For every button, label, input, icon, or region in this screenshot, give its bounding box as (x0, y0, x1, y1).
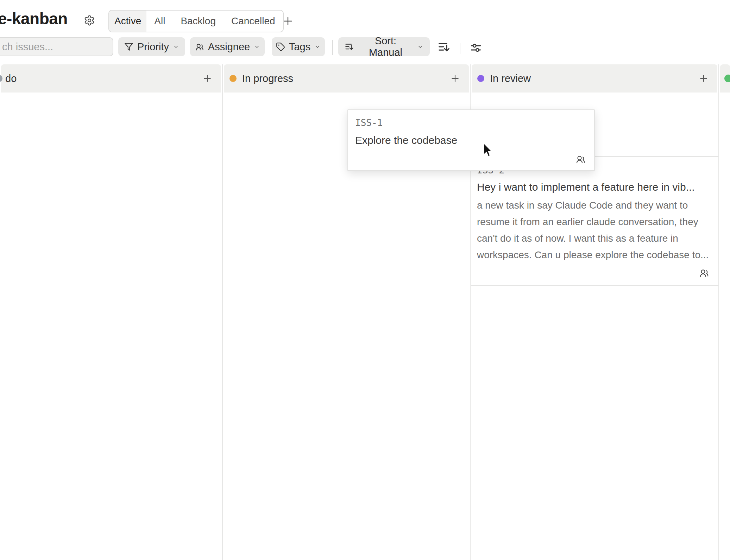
column-status-dot (229, 75, 237, 82)
sort-direction-button[interactable] (438, 41, 451, 54)
tags-filter-label: Tags (289, 41, 310, 53)
column-done (719, 64, 730, 560)
users-round-icon (575, 154, 586, 165)
issue-title: Explore the codebase (355, 133, 586, 147)
issue-id: ISS-1 (355, 117, 586, 128)
issue-description: a new task in say Claude Code and they w… (477, 197, 710, 263)
toolbar-divider (332, 40, 333, 55)
view-tabs: Active All Backlog Cancelled (108, 10, 284, 32)
assignee-filter-button[interactable]: Assignee (190, 37, 265, 56)
sort-desc-icon (345, 42, 354, 52)
sliders-icon (470, 42, 482, 54)
column-status-dot (0, 75, 2, 82)
column-in-progress-header: In progress (224, 64, 469, 93)
column-todo-label: do (5, 73, 17, 84)
tab-backlog[interactable]: Backlog (173, 11, 224, 32)
page-title: e-kanban (0, 9, 68, 28)
users-icon (195, 42, 204, 52)
column-done-header (720, 64, 730, 93)
chevron-down-icon (314, 44, 321, 50)
sort-button[interactable]: Sort: Manual (338, 37, 430, 56)
column-status-dot (477, 75, 484, 82)
assignee-filter-label: Assignee (208, 41, 250, 53)
sort-button-label: Sort: Manual (358, 35, 413, 58)
tab-active[interactable]: Active (109, 11, 146, 32)
column-todo-header: do (1, 64, 221, 93)
display-settings-button[interactable] (470, 42, 482, 54)
priority-filter-label: Priority (137, 41, 169, 53)
tags-filter-button[interactable]: Tags (272, 37, 325, 56)
issue-card[interactable]: ISS-2 Hey i want to implement a feature … (471, 157, 718, 286)
add-card-button[interactable] (450, 73, 460, 84)
chevron-down-icon (417, 44, 423, 50)
users-round-icon (699, 268, 709, 278)
issue-title: Hey i want to implement a feature here i… (477, 180, 710, 194)
plus-icon (282, 15, 294, 27)
column-in-review-label: In review (490, 73, 531, 84)
gear-icon (84, 15, 95, 26)
kanban-app: e-kanban Active All Backlog Cancelled Pr (0, 0, 730, 560)
priority-filter-button[interactable]: Priority (118, 37, 185, 56)
column-in-progress-label: In progress (242, 73, 293, 84)
column-in-review-header: In review (472, 64, 717, 93)
chevron-down-icon (254, 44, 260, 50)
project-settings-button[interactable] (84, 15, 95, 26)
add-tab-button[interactable] (282, 15, 294, 27)
tab-all[interactable]: All (146, 11, 173, 32)
toolbar-divider (460, 43, 460, 54)
tag-icon (276, 42, 285, 51)
mouse-cursor (483, 143, 493, 158)
column-status-dot (724, 75, 730, 82)
sort-desc-icon (438, 41, 451, 54)
search-input[interactable] (0, 37, 113, 56)
column-todo: do (0, 64, 223, 560)
chevron-down-icon (173, 44, 179, 50)
add-card-button[interactable] (698, 73, 709, 84)
tab-cancelled[interactable]: Cancelled (224, 11, 283, 32)
add-card-button[interactable] (202, 73, 213, 84)
filter-icon (124, 42, 133, 51)
dragging-card[interactable]: ISS-1 Explore the codebase (347, 109, 595, 171)
